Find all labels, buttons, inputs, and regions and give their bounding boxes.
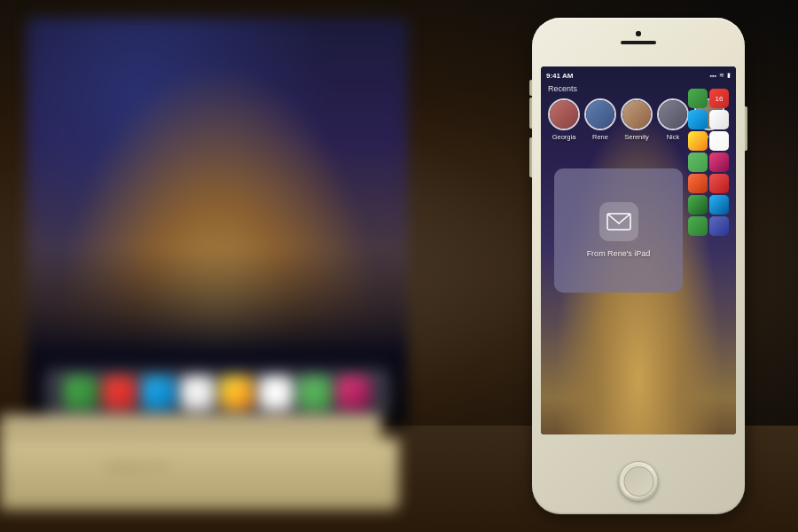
macbook-screen: [27, 18, 408, 426]
battery-icon: ▮: [727, 72, 731, 79]
iphone-mute-switch[interactable]: [529, 80, 532, 96]
person-name-rene: Rene: [592, 133, 608, 141]
mail-icon-container: [599, 202, 638, 241]
iphone-power-button[interactable]: [745, 106, 747, 151]
app-row-5: [688, 174, 734, 193]
app-notes[interactable]: [688, 131, 708, 151]
dock-calendar: [103, 376, 137, 410]
avatar-face-serenity: [622, 100, 651, 129]
dock-weather: [142, 376, 176, 410]
dock-messages: [64, 376, 98, 410]
avatar-face-rene: [586, 100, 614, 129]
macbook-label: MacBook Pro: [106, 461, 170, 472]
app-health[interactable]: [709, 174, 729, 193]
person-name-nick: Nick: [667, 133, 680, 141]
dock-clock: [181, 376, 215, 410]
app-photos[interactable]: [688, 174, 708, 193]
macbook-device: MacBook Pro: [0, 0, 461, 532]
macbook-bezel: [0, 415, 381, 442]
iphone-camera: [636, 31, 641, 36]
handoff-label: From Rene's iPad: [587, 248, 651, 260]
app-weather[interactable]: [688, 110, 708, 129]
iphone-home-button[interactable]: [619, 461, 659, 501]
status-icons: ▪▪▪ ≋ ▮: [710, 72, 731, 79]
app-row-7: [688, 216, 734, 236]
app-music[interactable]: [709, 153, 729, 172]
iphone-home-button-inner: [623, 466, 653, 497]
app-row-3: [688, 131, 734, 151]
avatar-face-nick: [659, 100, 687, 129]
iphone-volume-up-button[interactable]: [529, 98, 532, 129]
iphone-screen-area: 9:41 AM ▪▪▪ ≋ ▮ Recents: [541, 66, 736, 434]
dock-maps: [298, 376, 332, 410]
avatar-georgia: [548, 98, 580, 130]
recent-person-georgia[interactable]: Georgia: [548, 98, 580, 141]
person-name-serenity: Serenity: [624, 133, 649, 141]
signal-icon: ▪▪▪: [710, 73, 716, 79]
macbook-base: [0, 439, 399, 510]
iphone-screen: 9:41 AM ▪▪▪ ≋ ▮ Recents: [541, 66, 736, 434]
app-grid: 16: [688, 89, 734, 236]
macbook-dock: [44, 368, 390, 417]
iphone-speaker: [621, 41, 656, 44]
status-time: 9:41 AM: [546, 72, 573, 80]
app-reminders[interactable]: [709, 131, 729, 151]
app-row-1: 16: [688, 89, 734, 108]
dock-reminders: [259, 376, 293, 410]
dock-notes: [220, 376, 254, 410]
wifi-icon: ≋: [719, 72, 724, 79]
app-row-4: [688, 153, 734, 172]
avatar-rene: [584, 98, 616, 130]
app-clock[interactable]: [709, 110, 729, 129]
dock-music: [337, 376, 371, 410]
iphone-body: 9:41 AM ▪▪▪ ≋ ▮ Recents: [532, 18, 745, 514]
handoff-card[interactable]: From Rene's iPad: [554, 168, 683, 293]
person-name-georgia: Georgia: [552, 133, 576, 141]
recent-person-serenity[interactable]: Serenity: [621, 98, 653, 141]
app-messages[interactable]: [688, 89, 708, 108]
app-phone[interactable]: [688, 195, 708, 215]
avatar-serenity: [621, 98, 653, 130]
iphone-top-area: [621, 31, 656, 44]
iphone-status-bar: 9:41 AM ▪▪▪ ≋ ▮: [541, 66, 736, 82]
avatar-nick: [657, 98, 689, 130]
app-maps[interactable]: [688, 153, 708, 172]
iphone-device: 9:41 AM ▪▪▪ ≋ ▮ Recents: [532, 18, 745, 514]
iphone-volume-down-button[interactable]: [529, 137, 532, 177]
mail-icon: [606, 213, 631, 231]
app-safari[interactable]: [709, 195, 729, 215]
app-messages-2[interactable]: [688, 216, 708, 236]
recent-person-nick[interactable]: Nick: [657, 98, 689, 141]
app-row-2: [688, 110, 734, 129]
app-row-6: [688, 195, 734, 215]
recent-person-rene[interactable]: Rene: [584, 98, 616, 141]
app-email[interactable]: [709, 216, 729, 236]
avatar-face-georgia: [550, 100, 578, 129]
app-calendar[interactable]: 16: [709, 89, 729, 108]
